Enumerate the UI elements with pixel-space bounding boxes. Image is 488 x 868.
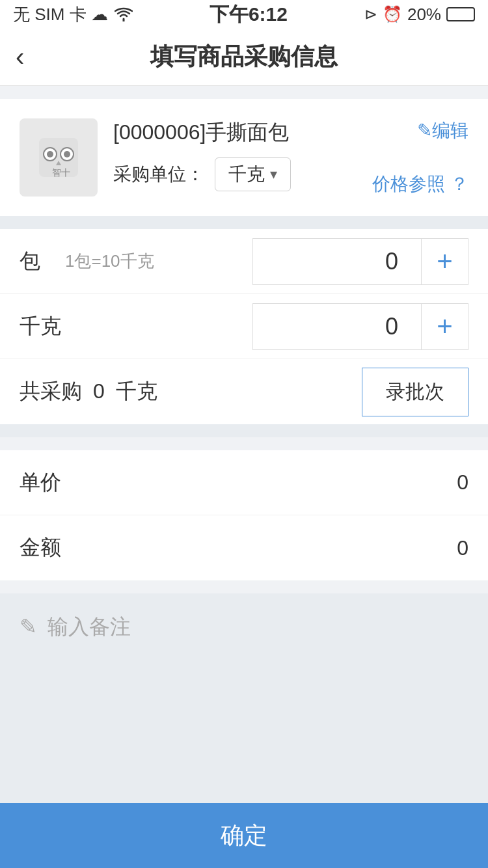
product-card: 智十 [0000006]手撕面包 采购单位： 千克 ▾ ✎编辑 价格参照 ？ [0, 99, 488, 216]
total-label: 共采购 0 千克 [20, 377, 157, 406]
back-button[interactable]: ‹ [16, 42, 24, 72]
price-reference-button[interactable]: 价格参照 ？ [372, 172, 468, 197]
product-logo: 智十 [33, 131, 85, 183]
confirm-button[interactable]: 确定 [221, 820, 267, 852]
status-left: 无 SIM 卡 ☁ [13, 3, 133, 26]
bag-label: 包 [20, 247, 59, 276]
svg-point-3 [47, 151, 53, 157]
amount-label: 金额 [20, 534, 61, 562]
bag-plus-button[interactable]: + [422, 238, 468, 285]
record-batch-button[interactable]: 录批次 [362, 368, 468, 416]
unit-price-value: 0 [457, 470, 468, 495]
product-image: 智十 [20, 118, 98, 197]
svg-point-4 [64, 151, 70, 157]
kg-label: 千克 [20, 312, 61, 341]
nav-bar: ‹ 填写商品采购信息 [0, 29, 488, 86]
wifi-icon [115, 7, 133, 21]
bag-input-right: + [252, 238, 468, 285]
edit-button[interactable]: ✎编辑 [417, 118, 468, 143]
battery-icon [446, 7, 475, 21]
remark-placeholder: 输入备注 [47, 613, 131, 642]
divider-band-2 [0, 424, 488, 437]
total-prefix: 共采购 [20, 379, 82, 403]
battery-percent: 20% [407, 5, 441, 25]
unit-prefix-label: 采购单位： [113, 162, 204, 187]
product-name: [0000006]手撕面包 [113, 118, 468, 147]
svg-text:智十: 智十 [52, 167, 70, 178]
unit-value: 千克 [228, 162, 265, 187]
alarm-icon: ⏰ [383, 5, 402, 23]
divider-band-1 [0, 216, 488, 229]
status-time: 下午6:12 [210, 1, 288, 28]
location-icon: ⊳ [364, 5, 377, 23]
kg-input-right: + [252, 303, 468, 350]
remark-pencil-icon: ✎ [20, 614, 37, 639]
unit-arrow: ▾ [270, 166, 277, 183]
total-amount: 0 [93, 379, 105, 403]
status-right: ⊳ ⏰ 20% [364, 5, 475, 25]
kg-input-row: 千克 + [0, 294, 488, 359]
unit-price-label: 单价 [20, 468, 61, 497]
total-unit: 千克 [116, 379, 157, 403]
bag-qty-input[interactable] [252, 238, 422, 285]
unit-select[interactable]: 千克 ▾ [215, 157, 291, 191]
bag-input-row: 包 1包=10千克 + [0, 229, 488, 294]
confirm-section[interactable]: 确定 [0, 803, 488, 868]
amount-row: 金额 0 [0, 515, 488, 580]
kg-plus-button[interactable]: + [422, 303, 468, 350]
sim-status: 无 SIM 卡 ☁ [13, 3, 108, 26]
unit-price-row: 单价 0 [0, 450, 488, 515]
status-bar: 无 SIM 卡 ☁ 下午6:12 ⊳ ⏰ 20% [0, 0, 488, 29]
page-title: 填写商品采购信息 [150, 41, 338, 73]
amount-value: 0 [457, 536, 468, 560]
kg-qty-input[interactable] [252, 303, 422, 350]
input-section: 包 1包=10千克 + 千克 + 共采购 0 千克 录批次 [0, 229, 488, 424]
bag-sub-label: 1包=10千克 [65, 250, 154, 273]
total-row: 共采购 0 千克 录批次 [0, 359, 488, 424]
price-section: 单价 0 金额 0 [0, 450, 488, 580]
